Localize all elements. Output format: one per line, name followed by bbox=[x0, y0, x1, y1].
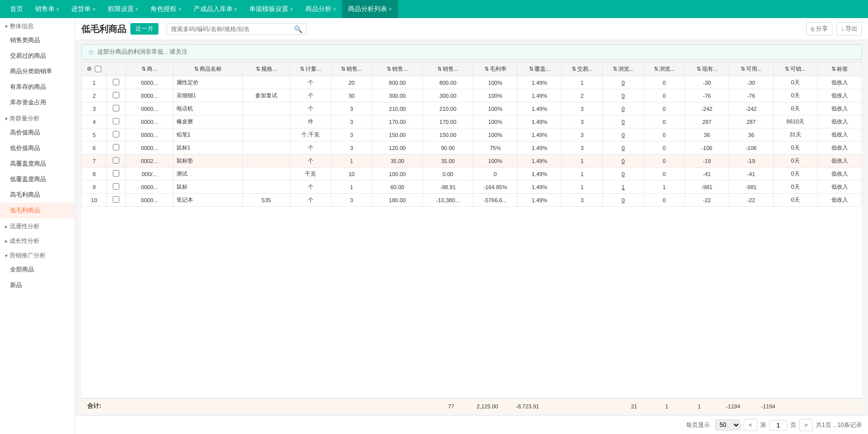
th-code[interactable]: ⇅商... bbox=[126, 62, 173, 76]
cell-browse1[interactable]: 0 bbox=[603, 76, 644, 89]
cell-name[interactable]: 笔记本 bbox=[173, 194, 243, 207]
cell-browse1[interactable]: 0 bbox=[603, 168, 644, 181]
cell-code: 0000... bbox=[126, 141, 173, 155]
share-button[interactable]: ⎗ 分享 bbox=[806, 22, 832, 36]
cell-browse1[interactable]: 0 bbox=[603, 141, 644, 155]
cell-name[interactable]: 鼠标垫 bbox=[173, 155, 243, 168]
row-checkbox[interactable] bbox=[113, 118, 119, 124]
row-checkbox[interactable] bbox=[113, 131, 119, 137]
sidebar-group-overall[interactable]: ▾ 整体信息 bbox=[0, 18, 75, 33]
search-icon[interactable]: 🔍 bbox=[294, 25, 302, 33]
sidebar-item-capital[interactable]: 库存资金占用 bbox=[0, 95, 75, 110]
cell-available: 287 bbox=[729, 115, 773, 128]
notice-bar: ☆ 这部分商品的利润非常低，请关注 bbox=[81, 44, 862, 60]
nav-close-role[interactable]: × bbox=[178, 6, 181, 12]
th-sales-qty[interactable]: ⇅销售... bbox=[331, 62, 372, 76]
cell-browse1[interactable]: 0 bbox=[603, 128, 644, 141]
cell-name[interactable]: 测试 bbox=[173, 168, 243, 181]
export-button[interactable]: ↓ 导出 bbox=[836, 22, 862, 36]
cell-name[interactable]: 吴细细1 bbox=[173, 89, 243, 102]
nav-sales[interactable]: 销售单 × bbox=[29, 0, 65, 18]
th-gross-rate[interactable]: ⇅毛利率 bbox=[473, 62, 517, 76]
row-checkbox[interactable] bbox=[113, 79, 119, 85]
th-unit[interactable]: ⇅计量... bbox=[290, 62, 331, 76]
nav-permission[interactable]: 权限设置 × bbox=[102, 0, 144, 18]
nav-close-sales[interactable]: × bbox=[56, 6, 59, 12]
cell-browse1[interactable]: 1 bbox=[603, 181, 644, 194]
cell-name[interactable]: 橡皮擦 bbox=[173, 115, 243, 128]
nav-product-analysis-list[interactable]: 商品分析列表 × bbox=[342, 0, 398, 18]
prev-page-button[interactable]: ＜ bbox=[744, 419, 757, 431]
th-tag[interactable]: ⇅标签 bbox=[817, 62, 861, 76]
nav-close-purchase[interactable]: × bbox=[92, 6, 95, 12]
table-container[interactable]: ⚙ ⇅商... ⇅商品名称 ⇅规格... bbox=[81, 62, 862, 398]
next-page-button[interactable]: ＞ bbox=[799, 419, 813, 431]
sidebar-item-category-rate[interactable]: 商品分类助销率 bbox=[0, 64, 75, 79]
sidebar-group-marketing[interactable]: ▾ 营销推广分析 bbox=[0, 247, 75, 262]
cell-spec bbox=[243, 128, 290, 141]
sidebar-item-high-value[interactable]: 高价值商品 bbox=[0, 125, 75, 140]
th-saleable[interactable]: ⇅可销... bbox=[773, 62, 817, 76]
sidebar-item-high-coverage[interactable]: 高覆盖度商品 bbox=[0, 156, 75, 172]
sidebar-item-low-value[interactable]: 低价值商品 bbox=[0, 140, 75, 156]
settings-icon[interactable]: ⚙ bbox=[87, 66, 92, 72]
sidebar-item-all-goods[interactable]: 全部商品 bbox=[0, 262, 75, 277]
th-trans[interactable]: ⇅交易... bbox=[562, 62, 603, 76]
row-checkbox[interactable] bbox=[113, 157, 119, 164]
nav-close-permission[interactable]: × bbox=[135, 6, 138, 12]
th-sales-profit[interactable]: ⇅销售... bbox=[423, 62, 473, 76]
nav-close-list[interactable]: × bbox=[389, 6, 392, 12]
cell-browse1[interactable]: 0 bbox=[603, 194, 644, 207]
cell-browse1[interactable]: 0 bbox=[603, 102, 644, 115]
nav-close-template[interactable]: × bbox=[290, 6, 293, 12]
sidebar-group-cluster[interactable]: ▾ 类群量分析 bbox=[0, 110, 75, 125]
period-button[interactable]: 近一月 bbox=[130, 23, 158, 35]
th-browse2[interactable]: ⇅浏览... bbox=[644, 62, 685, 76]
row-checkbox[interactable] bbox=[113, 183, 119, 190]
row-checkbox[interactable] bbox=[113, 144, 119, 151]
row-checkbox[interactable] bbox=[113, 170, 119, 177]
select-all-checkbox[interactable] bbox=[95, 66, 101, 72]
th-name[interactable]: ⇅商品名称 bbox=[173, 62, 243, 76]
nav-product-entry[interactable]: 产成品入库单 × bbox=[188, 0, 243, 18]
sidebar-item-new-goods[interactable]: 新品 bbox=[0, 277, 75, 293]
nav-close-product-analysis[interactable]: × bbox=[333, 6, 336, 12]
cell-name[interactable]: 属性定价 bbox=[173, 76, 243, 89]
sidebar-group-circulation[interactable]: ▸ 流通性分析 bbox=[0, 218, 75, 233]
row-checkbox[interactable] bbox=[113, 105, 119, 111]
page-number-input[interactable] bbox=[769, 420, 787, 430]
table-row: 20000...吴细细1参加复试个30300.00300.00100%1.49%… bbox=[82, 89, 862, 102]
th-sales-amount[interactable]: ⇅销售... bbox=[372, 62, 423, 76]
th-current[interactable]: ⇅现有... bbox=[685, 62, 729, 76]
cell-sales-profit: 150.00 bbox=[423, 128, 473, 141]
nav-close-product-entry[interactable]: × bbox=[234, 6, 237, 12]
cell-name[interactable]: 铅笔1 bbox=[173, 128, 243, 141]
nav-home[interactable]: 首页 bbox=[4, 0, 29, 18]
th-coverage[interactable]: ⇅覆盖... bbox=[517, 62, 562, 76]
cell-name[interactable]: 鼠标 bbox=[173, 181, 243, 194]
sidebar-item-high-margin[interactable]: 高毛利商品 bbox=[0, 187, 75, 203]
per-page-select[interactable]: 50 100 bbox=[715, 419, 741, 430]
search-input[interactable] bbox=[171, 26, 294, 33]
cell-code: 0002... bbox=[126, 155, 173, 168]
th-available[interactable]: ⇅可用... bbox=[729, 62, 773, 76]
sidebar-item-sales-goods[interactable]: 销售类商品 bbox=[0, 33, 75, 48]
cell-name[interactable]: 电话机 bbox=[173, 102, 243, 115]
row-checkbox[interactable] bbox=[113, 92, 119, 98]
sidebar-item-traded-goods[interactable]: 交易过的商品 bbox=[0, 48, 75, 64]
cell-browse1[interactable]: 0 bbox=[603, 155, 644, 168]
sidebar-item-in-stock[interactable]: 有库存的商品 bbox=[0, 79, 75, 95]
cell-browse1[interactable]: 0 bbox=[603, 115, 644, 128]
sidebar-item-low-coverage[interactable]: 低覆盖度商品 bbox=[0, 172, 75, 187]
th-browse1[interactable]: ⇅浏览... bbox=[603, 62, 644, 76]
row-checkbox[interactable] bbox=[113, 196, 119, 203]
nav-purchase[interactable]: 进货单 × bbox=[65, 0, 101, 18]
sidebar-item-low-margin[interactable]: 低毛利商品 bbox=[0, 203, 75, 218]
sidebar-group-growth[interactable]: ▸ 成长性分析 bbox=[0, 233, 75, 247]
cell-browse1[interactable]: 0 bbox=[603, 89, 644, 102]
nav-product-analysis[interactable]: 商品分析 × bbox=[299, 0, 342, 18]
nav-role[interactable]: 角色授权 × bbox=[144, 0, 187, 18]
cell-name[interactable]: 鼠标1 bbox=[173, 141, 243, 155]
th-spec[interactable]: ⇅规格... bbox=[243, 62, 290, 76]
nav-template[interactable]: 单据模板设置 × bbox=[243, 0, 299, 18]
